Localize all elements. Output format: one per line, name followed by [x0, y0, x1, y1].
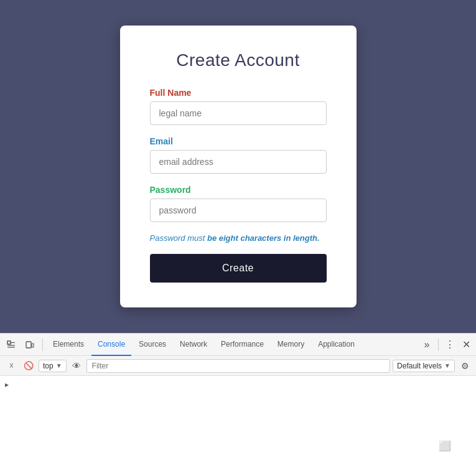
devtools-menu-button[interactable]: ⋮ — [442, 336, 457, 353]
context-value: top — [43, 362, 54, 370]
password-label: Password — [150, 185, 327, 195]
password-input[interactable] — [150, 199, 327, 222]
console-content: ▸ — [0, 376, 476, 468]
toolbar-separator-2 — [438, 339, 439, 351]
console-filter-input[interactable] — [86, 359, 390, 373]
card-title: Create Account — [150, 50, 327, 70]
tab-performance[interactable]: Performance — [215, 334, 270, 356]
tab-sources[interactable]: Sources — [133, 334, 172, 356]
show-live-expressions-button[interactable]: 👁 — [69, 358, 84, 373]
svg-rect-5 — [32, 344, 34, 347]
devtools-panel: Elements Console Sources Network Perform… — [0, 333, 476, 468]
password-hint-bold: be eight characters in length. — [207, 233, 320, 243]
default-levels-label: Default levels — [397, 362, 442, 370]
email-label: Email — [150, 136, 327, 146]
context-selector[interactable]: top ▼ — [39, 360, 67, 372]
tab-application[interactable]: Application — [312, 334, 361, 356]
console-prompt-icon[interactable]: ▸ — [5, 380, 9, 389]
block-requests-button[interactable]: 🚫 — [21, 358, 36, 373]
full-name-group: Full Name — [150, 88, 327, 125]
password-hint: Password must be eight characters in len… — [150, 233, 327, 243]
svg-rect-4 — [26, 342, 31, 348]
device-toolbar-button[interactable] — [21, 336, 39, 353]
inspect-element-button[interactable] — [2, 336, 20, 353]
toolbar-separator — [42, 339, 43, 351]
clear-console-button[interactable]: ☓ — [4, 358, 19, 373]
password-group: Password — [150, 185, 327, 222]
tab-memory[interactable]: Memory — [271, 334, 310, 356]
email-group: Email — [150, 136, 327, 174]
full-name-label: Full Name — [150, 88, 327, 98]
context-dropdown-icon: ▼ — [56, 362, 62, 369]
email-input[interactable] — [150, 150, 327, 174]
full-name-input[interactable] — [150, 101, 327, 125]
create-account-card: Create Account Full Name Email Password … — [120, 26, 357, 307]
devtools-close-button[interactable]: ✕ — [459, 336, 474, 353]
log-levels-dropdown-icon: ▼ — [444, 362, 450, 369]
tab-elements[interactable]: Elements — [47, 334, 90, 356]
more-tabs-button[interactable]: » — [419, 336, 434, 353]
log-levels-selector[interactable]: Default levels ▼ — [393, 360, 455, 372]
console-toolbar: ☓ 🚫 top ▼ 👁 Default levels ▼ ⚙ — [0, 356, 476, 376]
console-settings-button[interactable]: ⚙ — [457, 358, 472, 373]
main-page: Create Account Full Name Email Password … — [0, 0, 476, 333]
tab-console[interactable]: Console — [91, 334, 131, 356]
create-button[interactable]: Create — [150, 254, 327, 283]
tab-network[interactable]: Network — [174, 334, 213, 356]
devtools-tabbar: Elements Console Sources Network Perform… — [0, 334, 476, 356]
svg-rect-0 — [7, 341, 11, 344]
